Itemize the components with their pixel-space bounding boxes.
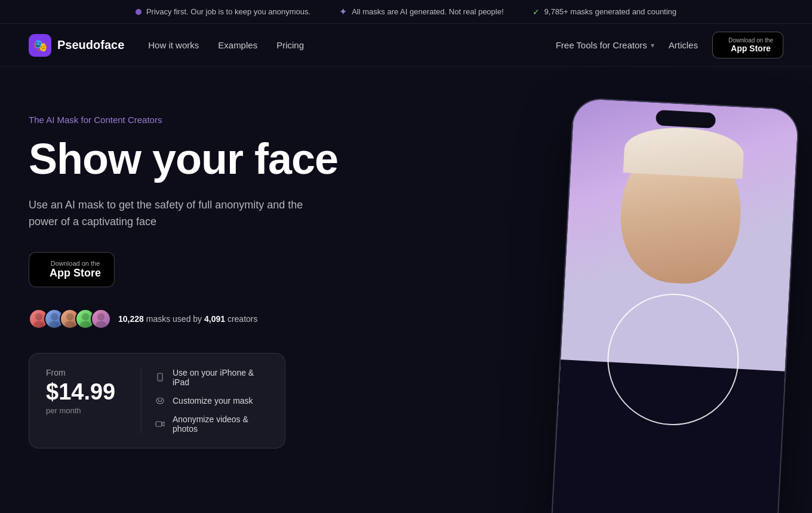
pricing-from: From xyxy=(46,368,129,377)
hair-shape xyxy=(623,125,745,179)
creators-count: 4,091 xyxy=(204,314,225,324)
avatar-stack xyxy=(29,309,111,329)
pricing-left: From $14.99 per month xyxy=(46,368,142,434)
privacy-dot-icon xyxy=(136,9,142,15)
svg-point-3 xyxy=(49,321,60,328)
nav-links: How it works Examples Pricing xyxy=(148,40,304,51)
sparkle-icon: ✦ xyxy=(339,6,347,17)
topbar-count: ✓ 9,785+ masks generated and counting xyxy=(533,7,677,17)
phone-outer xyxy=(549,97,799,513)
phone-notch xyxy=(656,110,716,128)
topbar-count-text: 9,785+ masks generated and counting xyxy=(545,7,677,16)
feature-mask: Customize your mask xyxy=(153,394,268,407)
svg-point-2 xyxy=(51,313,58,320)
appstore-nav-sub: Download on the xyxy=(728,37,773,44)
navbar: 🎭 Pseudoface How it works Examples Prici… xyxy=(0,24,812,67)
nav-pricing[interactable]: Pricing xyxy=(276,40,304,50)
logo-icon: 🎭 xyxy=(29,34,51,57)
hero-subtitle: Use an AI mask to get the safety of full… xyxy=(29,196,303,231)
phone-screen xyxy=(550,99,798,513)
pricing-price: $14.99 xyxy=(46,380,129,405)
svg-point-7 xyxy=(80,321,91,328)
nav-right: Free Tools for Creators ▾ Articles Downl… xyxy=(556,32,783,59)
hero-tag: The AI Mask for Content Creators xyxy=(29,115,375,125)
logo-text: Pseudoface xyxy=(57,38,124,52)
svg-point-13 xyxy=(158,400,159,401)
svg-point-0 xyxy=(35,313,42,320)
apple-device-icon xyxy=(153,371,167,384)
logo[interactable]: 🎭 Pseudoface xyxy=(29,34,124,57)
proof-end: creators xyxy=(227,314,258,324)
appstore-nav-main: App Store xyxy=(728,44,773,53)
svg-point-9 xyxy=(96,321,106,328)
nav-left: 🎭 Pseudoface How it works Examples Prici… xyxy=(29,34,304,57)
feature-mask-text: Customize your mask xyxy=(173,396,253,406)
phone-bottom-dark xyxy=(550,360,785,513)
topbar-privacy-text: Privacy first. Our job is to keep you an… xyxy=(146,7,310,16)
appstore-hero-btn-text: Download on the App Store xyxy=(50,260,101,279)
appstore-nav-btn-text: Download on the App Store xyxy=(728,37,773,53)
social-proof: 10,228 masks used by 4,091 creators xyxy=(29,309,375,329)
feature-video-text: Anonymize videos & photos xyxy=(173,414,268,434)
appstore-hero-main: App Store xyxy=(50,267,101,279)
feature-video: Anonymize videos & photos xyxy=(153,414,268,434)
check-icon: ✓ xyxy=(533,7,540,17)
appstore-hero-button[interactable]: Download on the App Store xyxy=(29,252,115,287)
free-tools-label: Free Tools for Creators xyxy=(556,40,647,50)
nav-examples[interactable]: Examples xyxy=(218,40,257,50)
svg-point-14 xyxy=(161,400,162,401)
svg-point-1 xyxy=(33,321,44,328)
topbar-ai-text: All masks are AI generated. Not real peo… xyxy=(352,7,503,16)
feature-iphone-text: Use on your iPhone & iPad xyxy=(173,368,268,387)
masks-count: 10,228 xyxy=(118,314,144,324)
mask-customize-icon xyxy=(153,394,167,407)
avatar-5 xyxy=(91,309,111,329)
svg-point-4 xyxy=(66,313,73,320)
hero-title: Show your face xyxy=(29,137,375,182)
hero-section: The AI Mask for Content Creators Show yo… xyxy=(0,67,812,513)
svg-point-5 xyxy=(64,321,75,328)
hero-visual: ↙ Hoverto reveal xyxy=(513,103,812,513)
pricing-period: per month xyxy=(46,406,129,415)
svg-point-11 xyxy=(159,379,161,380)
topbar: Privacy first. Our job is to keep you an… xyxy=(0,0,812,24)
proof-middle: masks used by xyxy=(146,314,204,324)
svg-rect-15 xyxy=(156,422,162,426)
social-proof-text: 10,228 masks used by 4,091 creators xyxy=(118,314,258,324)
svg-point-8 xyxy=(97,313,104,320)
pricing-features: Use on your iPhone & iPad Customize your… xyxy=(153,368,268,434)
appstore-nav-button[interactable]: Download on the App Store xyxy=(712,32,783,59)
phone-mockup xyxy=(561,103,788,513)
svg-point-12 xyxy=(156,398,164,404)
pricing-card: From $14.99 per month Use on your iPhone… xyxy=(29,353,285,449)
topbar-ai: ✦ All masks are AI generated. Not real p… xyxy=(339,6,503,17)
video-camera-icon xyxy=(153,417,167,431)
appstore-hero-sub: Download on the xyxy=(50,260,101,267)
hero-content: The AI Mask for Content Creators Show yo… xyxy=(29,103,375,449)
topbar-privacy: Privacy first. Our job is to keep you an… xyxy=(136,7,310,16)
chevron-down-icon: ▾ xyxy=(651,41,654,50)
nav-how-it-works[interactable]: How it works xyxy=(148,40,199,50)
free-tools-menu[interactable]: Free Tools for Creators ▾ xyxy=(556,40,654,50)
svg-point-6 xyxy=(82,313,89,320)
feature-iphone: Use on your iPhone & iPad xyxy=(153,368,268,387)
articles-link[interactable]: Articles xyxy=(669,40,698,50)
